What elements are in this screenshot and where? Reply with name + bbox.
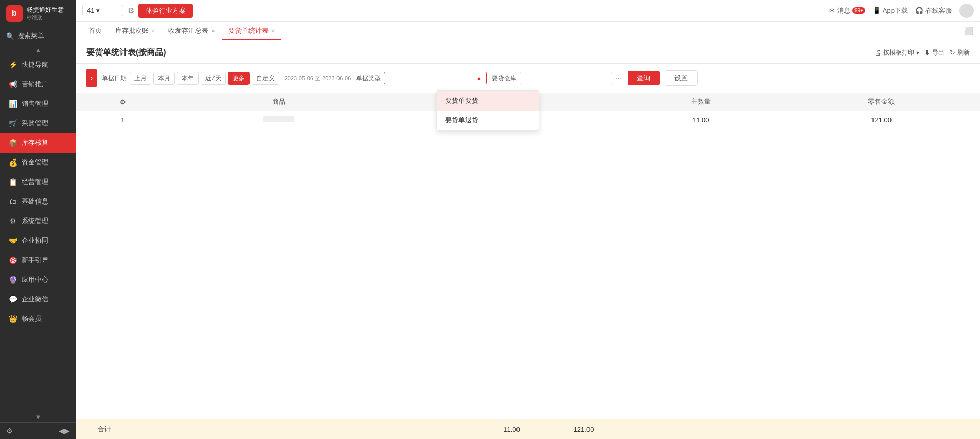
footer-total-label: 合计 (82, 425, 111, 434)
cell-no: 1 (76, 111, 170, 129)
tab-close-order-stats[interactable]: × (272, 28, 275, 34)
sidebar-item-finance[interactable]: 💰 资金管理 (0, 153, 76, 172)
chevron-down-icon: ▾ (96, 7, 100, 14)
page-header-actions: 🖨 按模板打印 ▾ ⬇ 导出 ↻ 刷新 (875, 48, 970, 62)
collapse-icon[interactable]: ◀▶ (59, 427, 70, 435)
sidebar-scroll-up[interactable]: ▲ (0, 45, 76, 55)
inventory-icon: 📦 (8, 139, 17, 147)
sidebar: b 畅捷通好生意 标准版 🔍 搜索菜单 ▲ ⚡ 快捷导航 📢 营销推广 📊 销售… (0, 0, 76, 439)
sidebar-item-quick-nav[interactable]: ⚡ 快捷导航 (0, 55, 76, 75)
print-icon: 🖨 (875, 49, 881, 57)
doc-type-filter-group: 单据类型 ▲ (356, 72, 487, 84)
doc-type-dropdown-popup: 要货单要货 要货单退货 (436, 90, 539, 131)
warehouse-more-icon[interactable]: ··· (615, 74, 622, 83)
doc-type-arrow-icon: ▲ (476, 75, 482, 82)
sidebar-item-member[interactable]: 👑 畅会员 (0, 309, 76, 328)
app-center-icon: 🔮 (8, 276, 17, 284)
tab-close-recv-summary[interactable]: × (211, 28, 215, 34)
footer-amount: 121.00 (553, 426, 615, 433)
date-custom-btn[interactable]: 自定义 (252, 72, 279, 85)
settings-icon[interactable]: ⚙ (6, 427, 13, 435)
page-header: 要货单统计表(按商品) 🖨 按模板打印 ▾ ⬇ 导出 ↻ 刷新 (76, 41, 980, 64)
sidebar-item-system[interactable]: ⚙ 系统管理 (0, 211, 76, 231)
operations-icon: 📋 (8, 178, 17, 186)
col-goods: 商品 (170, 93, 388, 111)
warehouse-filter-group: 要货仓库 ··· (492, 72, 622, 84)
tab-recv-summary[interactable]: 收发存汇总表 × (162, 23, 221, 40)
date-prev-month-btn[interactable]: 上月 (130, 72, 151, 85)
date-options: 上月 本月 本年 近7天 更多 自定义 (130, 72, 279, 85)
dropdown-option-order-return[interactable]: 要货单退货 (437, 111, 539, 130)
sales-icon: 📊 (8, 100, 17, 108)
phone-icon: 📱 (872, 7, 881, 14)
date-7days-btn[interactable]: 近7天 (201, 72, 226, 85)
col-settings[interactable]: ⚙ (76, 93, 170, 111)
sidebar-item-wechat[interactable]: 💬 企业微信 (0, 289, 76, 309)
sidebar-scroll-down[interactable]: ▼ (0, 412, 76, 422)
user-avatar[interactable] (959, 4, 974, 18)
messages-btn[interactable]: ✉ 消息 99+ (829, 6, 865, 15)
tab-close-batch-account[interactable]: × (152, 28, 155, 34)
enterprise-icon: 🤝 (8, 236, 17, 245)
export-icon: ⬇ (924, 49, 930, 57)
topbar-gear-icon[interactable]: ⚙ (128, 6, 134, 15)
main-area: 41 ▾ ⚙ 体验行业方案 ✉ 消息 99+ 📱 App下载 🎧 在线客服 (76, 0, 980, 439)
table-container: ⚙ 商品 主计量单位 主数量 零售金额 1 块 11.00 (76, 93, 980, 419)
sidebar-search[interactable]: 🔍 搜索菜单 (0, 27, 76, 45)
print-chevron-icon: ▾ (916, 49, 919, 57)
system-icon: ⚙ (8, 217, 17, 225)
table-footer: 合计 11.00 121.00 (76, 419, 980, 439)
search-icon: 🔍 (6, 32, 14, 40)
wechat-icon: 💬 (8, 295, 17, 303)
sidebar-item-operations[interactable]: 📋 经营管理 (0, 172, 76, 192)
tab-batch-account[interactable]: 库存批次账 × (109, 23, 161, 40)
sidebar-item-app-center[interactable]: 🔮 应用中心 (0, 270, 76, 289)
topbar: 41 ▾ ⚙ 体验行业方案 ✉ 消息 99+ 📱 App下载 🎧 在线客服 (76, 0, 980, 22)
date-this-month-btn[interactable]: 本月 (153, 72, 175, 85)
tab-home[interactable]: 首页 (82, 23, 108, 40)
basic-info-icon: 🗂 (8, 197, 17, 206)
sidebar-item-purchase[interactable]: 🛒 采购管理 (0, 114, 76, 133)
refresh-btn[interactable]: ↻ 刷新 (950, 48, 970, 57)
date-more-btn[interactable]: 更多 (228, 72, 250, 85)
query-btn[interactable]: 查询 (628, 71, 660, 85)
doc-type-dropdown[interactable]: ▲ (384, 72, 487, 84)
message-icon: ✉ (829, 7, 835, 14)
sidebar-item-guide[interactable]: 🎯 新手引导 (0, 250, 76, 270)
page-title: 要货单统计表(按商品) (86, 47, 166, 63)
sidebar-item-sales[interactable]: 📊 销售管理 (0, 94, 76, 114)
industry-btn[interactable]: 体验行业方案 (138, 4, 193, 18)
app-download-btn[interactable]: 📱 App下载 (872, 6, 908, 15)
export-btn[interactable]: ⬇ 导出 (924, 48, 945, 57)
warehouse-input[interactable] (520, 72, 612, 84)
filter-bar: › 单据日期 上月 本月 本年 近7天 更多 自定义 2023-05-06 至 … (76, 64, 980, 93)
sidebar-logo: b 畅捷通好生意 标准版 (0, 0, 76, 27)
sidebar-item-basic-info[interactable]: 🗂 基础信息 (0, 192, 76, 211)
purchase-icon: 🛒 (8, 119, 17, 127)
cell-goods (170, 111, 388, 129)
tab-order-stats[interactable]: 要货单统计表 × (222, 23, 281, 40)
sidebar-item-inventory[interactable]: 📦 库存核算 (0, 133, 76, 153)
headset-icon: 🎧 (915, 7, 923, 14)
quick-nav-icon: ⚡ (8, 61, 17, 69)
dropdown-option-order-goods[interactable]: 要货单要货 (437, 91, 539, 111)
topbar-right: ✉ 消息 99+ 📱 App下载 🎧 在线客服 (829, 4, 974, 18)
sidebar-item-marketing[interactable]: 📢 营销推广 (0, 75, 76, 94)
sidebar-nav: ⚡ 快捷导航 📢 营销推广 📊 销售管理 🛒 采购管理 📦 库存核算 💰 资金管… (0, 55, 76, 412)
footer-quantity: 11.00 (471, 426, 553, 433)
date-this-year-btn[interactable]: 本年 (177, 72, 199, 85)
settings-btn[interactable]: 设置 (665, 70, 698, 86)
tabs-right: — ⬜ (953, 27, 974, 36)
store-selector[interactable]: 41 ▾ (82, 5, 123, 16)
sidebar-item-enterprise[interactable]: 🤝 企业协同 (0, 231, 76, 250)
col-amount: 零售金额 (782, 93, 980, 111)
print-btn[interactable]: 🖨 按模板打印 ▾ (875, 48, 919, 57)
finance-icon: 💰 (8, 158, 17, 167)
online-service-btn[interactable]: 🎧 在线客服 (915, 6, 952, 15)
tab-maximize-icon[interactable]: ⬜ (964, 27, 974, 36)
tab-minimize-icon[interactable]: — (953, 27, 961, 35)
app-name: 畅捷通好生意 标准版 (27, 6, 64, 21)
col-quantity: 主数量 (619, 93, 782, 111)
cell-amount: 121.00 (782, 111, 980, 129)
filter-expand-btn[interactable]: › (86, 69, 97, 87)
